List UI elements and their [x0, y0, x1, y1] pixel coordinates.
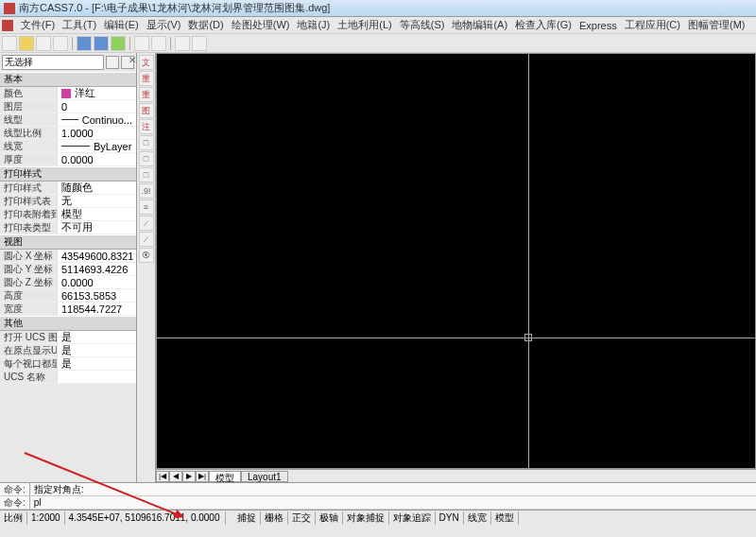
props-header-view[interactable]: 视图	[0, 234, 136, 250]
props-row[interactable]: 宽度118544.7227	[0, 303, 136, 316]
status-toggle[interactable]: 对象捕捉	[343, 511, 389, 525]
props-row[interactable]: 打开 UCS 图标是	[0, 331, 136, 344]
props-value[interactable]: 无	[57, 195, 136, 207]
props-row[interactable]: 线型Continuo...	[0, 113, 136, 127]
props-header-other[interactable]: 其他	[0, 316, 136, 331]
menu-item[interactable]: 工具(T)	[59, 18, 100, 32]
drawing-viewport[interactable]	[156, 53, 756, 469]
props-row[interactable]: 图层0	[0, 100, 136, 113]
props-row[interactable]: 打印样式随颜色	[0, 182, 136, 195]
menu-item[interactable]: 地籍(J)	[293, 18, 334, 32]
props-row[interactable]: 圆心 Y 坐标5114693.4226	[0, 263, 136, 276]
vtool-btn-icon[interactable]: .9!	[139, 183, 154, 199]
props-value[interactable]: 66153.5853	[57, 289, 136, 302]
tab-nav-btn[interactable]: |◀	[156, 471, 169, 482]
props-value[interactable]: 洋红	[57, 87, 136, 99]
status-toggle[interactable]: 线宽	[464, 511, 491, 525]
props-value[interactable]: 不可用	[57, 221, 136, 234]
props-row[interactable]: 打印表类型不可用	[0, 221, 136, 234]
cmd-input[interactable]: pl	[30, 497, 756, 508]
status-toggle[interactable]: 捕捉	[233, 511, 261, 525]
status-toggle[interactable]: 对象追踪	[389, 511, 436, 525]
props-row[interactable]: 高度66153.5853	[0, 289, 136, 303]
props-value[interactable]: 1.0000	[57, 127, 136, 139]
props-value[interactable]: 模型	[57, 208, 136, 220]
props-value[interactable]: 是	[57, 357, 136, 370]
vtool-btn-icon[interactable]: ⦿	[139, 248, 154, 263]
tb-cut-icon[interactable]	[77, 36, 92, 51]
vtool-btn-icon[interactable]: □	[139, 135, 154, 150]
vtool-btn-icon[interactable]: □	[139, 151, 154, 166]
status-toggle[interactable]: 栅格	[261, 511, 288, 525]
tb-save-icon[interactable]	[36, 36, 51, 51]
vtool-btn-icon[interactable]: □	[139, 167, 154, 182]
props-value[interactable]: 是	[57, 331, 136, 343]
props-value[interactable]: 是	[57, 344, 136, 356]
tb-undo-icon[interactable]	[134, 36, 149, 51]
menu-item[interactable]: 绘图处理(W)	[228, 18, 294, 32]
layout-tab[interactable]: Layout1	[241, 471, 288, 482]
props-value[interactable]: 随颜色	[57, 182, 136, 194]
menu-item[interactable]: 等高线(S)	[396, 18, 449, 32]
menu-item[interactable]: 显示(V)	[143, 18, 185, 32]
command-input-row[interactable]: 命令: pl	[0, 496, 756, 510]
layout-tab[interactable]: 模型	[209, 471, 241, 482]
filter-btn1-icon[interactable]	[106, 56, 119, 69]
menu-item[interactable]: Express	[576, 20, 621, 31]
status-toggle[interactable]: 正交	[288, 511, 316, 525]
props-value[interactable]	[57, 371, 136, 383]
props-value[interactable]: 0.0000	[57, 153, 136, 165]
props-value[interactable]: 0.0000	[57, 276, 136, 288]
props-row[interactable]: 圆心 Z 坐标0.0000	[0, 276, 136, 289]
props-value[interactable]: 5114693.4226	[57, 263, 136, 275]
vtool-btn-icon[interactable]: 注	[139, 119, 154, 134]
tab-nav-btn[interactable]: ◀	[169, 471, 182, 482]
props-value[interactable]: 43549600.8321	[57, 250, 136, 262]
props-value[interactable]: ByLayer	[57, 140, 136, 152]
tb-new-icon[interactable]	[2, 36, 17, 51]
status-toggle[interactable]: DYN	[436, 511, 464, 525]
menu-item[interactable]: 检查入库(G)	[511, 18, 576, 32]
menu-item[interactable]: 文件(F)	[17, 18, 59, 32]
vtool-btn-icon[interactable]: ≡	[139, 199, 154, 215]
props-row[interactable]: 线宽ByLayer	[0, 140, 136, 153]
tab-nav-btn[interactable]: ▶|	[196, 471, 209, 482]
menu-item[interactable]: 土地利用(L)	[334, 18, 395, 32]
tb-copy-icon[interactable]	[94, 36, 109, 51]
props-row[interactable]: 在原点显示U...是	[0, 344, 136, 357]
menu-item[interactable]: 工程应用(C)	[621, 18, 684, 32]
vtool-btn-icon[interactable]: 重	[139, 87, 154, 102]
status-toggle[interactable]: 极轴	[316, 511, 343, 525]
vtool-btn-icon[interactable]: ⟋	[139, 216, 154, 231]
vtool-btn-icon[interactable]: ⟋	[139, 232, 154, 247]
vtool-btn-icon[interactable]: 图	[139, 103, 154, 118]
status-scale[interactable]: 1:2000	[27, 511, 65, 525]
props-value[interactable]: Continuo...	[57, 113, 136, 126]
tb-misc1-icon[interactable]	[175, 36, 190, 51]
menu-item[interactable]: 地物编辑(A)	[448, 18, 511, 32]
props-row[interactable]: 厚度0.0000	[0, 153, 136, 166]
props-row[interactable]: 线型比例1.0000	[0, 127, 136, 140]
props-value[interactable]: 0	[57, 100, 136, 113]
filter-combo[interactable]: 无选择	[2, 55, 104, 70]
panel-close-icon[interactable]: ✕	[129, 55, 136, 65]
menu-item[interactable]: 图幅管理(M)	[684, 18, 749, 32]
tb-print-icon[interactable]	[53, 36, 68, 51]
props-row[interactable]: 打印表附着到模型	[0, 208, 136, 221]
props-row[interactable]: UCS 名称	[0, 371, 136, 384]
tb-redo-icon[interactable]	[151, 36, 166, 51]
props-header-print[interactable]: 打印样式	[0, 166, 136, 182]
props-value[interactable]: 118544.7227	[57, 303, 136, 315]
tb-open-icon[interactable]	[19, 36, 34, 51]
status-toggle[interactable]: 模型	[491, 511, 519, 525]
props-header-basic[interactable]: 基本	[0, 72, 136, 87]
vtool-btn-icon[interactable]: 重	[139, 71, 154, 86]
menu-item[interactable]: 编辑(E)	[100, 18, 143, 32]
tb-misc2-icon[interactable]	[192, 36, 207, 51]
vtool-btn-icon[interactable]: 文	[139, 55, 154, 70]
props-row[interactable]: 颜色洋红	[0, 87, 136, 100]
props-row[interactable]: 圆心 X 坐标43549600.8321	[0, 250, 136, 263]
tab-nav-btn[interactable]: ▶	[182, 471, 196, 482]
tb-paste-icon[interactable]	[111, 36, 126, 51]
props-row[interactable]: 每个视口都显...是	[0, 357, 136, 371]
